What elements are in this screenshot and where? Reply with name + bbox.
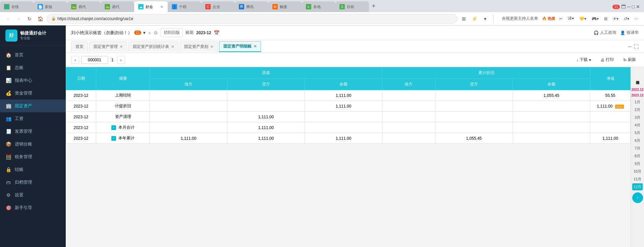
maximize-btn[interactable]: □	[632, 4, 635, 9]
grid-btn[interactable]: ⊞	[603, 16, 609, 22]
sidebar-logo: 好 畅捷通好会计 专业版	[0, 25, 66, 46]
print-btn[interactable]: 🖨 打印	[598, 56, 616, 64]
sidebar-item-general-ledger[interactable]: 📋 总账	[0, 61, 66, 74]
tab-close-haohui[interactable]: ✕	[160, 4, 164, 9]
browser-tab-haohui[interactable]: ☁ 好会 ✕	[134, 1, 168, 12]
sidebar-item-archive-mgmt[interactable]: 🗃 归档管理	[0, 176, 66, 189]
month-9[interactable]: 9月	[632, 160, 643, 167]
restore-window-btn[interactable]: 🗖	[621, 4, 626, 9]
add-account-btn[interactable]: +	[148, 30, 151, 36]
month-6[interactable]: 6月	[632, 137, 643, 144]
address-input[interactable]: 🔒 https://cloud.chanjet.com/accounting/u…	[47, 14, 457, 23]
sidebar-item-fixed-asset[interactable]: 🏢 固定资产	[0, 100, 66, 112]
cell-accum-credit-4: 1,055.45	[435, 133, 513, 144]
sidebar-item-reports[interactable]: 📊 报表中心	[0, 74, 66, 87]
back-btn[interactable]: ‹	[4, 15, 12, 23]
account-selector[interactable]: 刘小艳演示账套（勿删勿动！） 11 ▾	[71, 30, 146, 36]
tab-actions: ─ ⛶	[628, 44, 639, 49]
scissors-btn[interactable]: ✂	[558, 16, 564, 22]
account-name: 刘小艳演示账套（勿删勿动！）	[71, 30, 132, 36]
browser-tab-qiye[interactable]: C 企业	[201, 1, 235, 12]
browser-tab-yidai1[interactable]: ✍ 易代	[67, 1, 101, 12]
browser-tab-yidai2[interactable]: ✍ 易代	[101, 1, 134, 12]
browser-actions: 央视更新主持人名单 🔥 热搜 ✂ 译▾ 💛▾ 🎮▾ ⊞ ☀▾ ↺▾ ⋯	[500, 15, 640, 22]
refresh-btn[interactable]: ↻ 刷新	[621, 56, 639, 64]
tab-minimize-icon[interactable]: ─	[628, 44, 631, 49]
scroll-up-btn[interactable]: ↑	[632, 192, 643, 203]
history-btn[interactable]: ↺▾	[623, 16, 631, 22]
browser-tab-changjie[interactable]: M 畅捷	[268, 1, 302, 12]
tab-home[interactable]: 首页	[71, 42, 88, 52]
sidebar-item-settings[interactable]: ⚙ 设置	[0, 189, 66, 201]
customer-service-btn[interactable]: 🎧 人工咨询	[594, 30, 616, 36]
settings-gear-btn[interactable]: ⚙	[154, 30, 158, 36]
home-btn[interactable]: 🏠	[36, 15, 44, 23]
next-page-btn[interactable]: ›	[117, 56, 125, 64]
page-input[interactable]	[81, 56, 108, 64]
browser-tab-new[interactable]: 📄 新版	[34, 1, 67, 12]
lightning-btn[interactable]: ⚡	[471, 15, 479, 23]
tab-title-changjie: 畅捷	[280, 4, 298, 9]
month-12[interactable]: 12月	[632, 183, 643, 190]
forward-btn[interactable]: ›	[15, 15, 23, 23]
sidebar-item-tax-mgmt[interactable]: 🧮 税务管理	[0, 150, 66, 163]
month-11[interactable]: 11月	[632, 176, 643, 183]
tab-asset-detail[interactable]: 固定资产明细账 ✕	[219, 41, 261, 52]
download-btn[interactable]: ↓ 下载 ▾	[574, 56, 594, 64]
month-8[interactable]: 8月	[632, 152, 643, 160]
tab-icon-new: 📄	[38, 4, 43, 9]
sidebar-item-invoice-mgmt[interactable]: 🧾 发票管理	[0, 125, 66, 138]
tab-close-depreciation-stats[interactable]: ✕	[171, 45, 174, 49]
translate-btn[interactable]: 译▾	[567, 15, 575, 22]
sidebar-item-fund-mgmt[interactable]: 💰 资金管理	[0, 87, 66, 100]
sidebar-item-new-guide[interactable]: 🎯 新手引导	[0, 201, 66, 214]
browser-tab-gedi[interactable]: ≡ 各地	[302, 1, 335, 12]
game-btn[interactable]: 🎮▾	[590, 16, 600, 22]
tab-asset-category[interactable]: 固定资产类别 ✕	[180, 42, 218, 52]
tab-close-asset-detail[interactable]: ✕	[254, 44, 257, 49]
close-window-btn[interactable]: ✕	[636, 4, 640, 9]
month-5[interactable]: 5月	[632, 129, 643, 136]
sidebar-item-close-period[interactable]: 🔒 结账	[0, 163, 66, 176]
cell-net-value-3	[590, 122, 631, 133]
month-2[interactable]: 2月	[632, 106, 643, 113]
sidebar-item-payroll[interactable]: 👥 工资	[0, 112, 66, 125]
browser-tab-tencent[interactable]: 腾 腾讯	[235, 1, 268, 12]
cell-accum-balance-1	[513, 101, 590, 112]
tab-expand-icon[interactable]: ⛶	[634, 44, 639, 49]
sidebar-item-inventory[interactable]: 📦 进销台账	[0, 138, 66, 150]
month-10[interactable]: 10月	[632, 168, 643, 175]
month-1[interactable]: 1月	[632, 99, 643, 106]
tab-close-asset-category[interactable]: ✕	[210, 45, 213, 49]
browser-tab-geshui[interactable]: 👤 个税	[168, 1, 201, 12]
payroll-icon: 👥	[5, 116, 11, 122]
month-3[interactable]: 3月	[632, 114, 643, 121]
more-btn[interactable]: ⋯	[633, 16, 640, 22]
browser-tab-muqian[interactable]: S 目前	[335, 1, 369, 12]
hot-search-label[interactable]: 🔥 热搜	[542, 16, 555, 21]
cut-to-old-btn[interactable]: 切到旧版	[161, 28, 183, 37]
minimize-btn[interactable]: ─	[627, 4, 631, 9]
sidebar-label-invoice-mgmt: 发票管理	[15, 128, 32, 134]
tab-close-fixed-asset-mgmt[interactable]: ✕	[120, 45, 123, 49]
extensions-btn[interactable]: ⊞	[460, 15, 468, 23]
tab-fixed-asset-mgmt[interactable]: 固定资产管理 ✕	[89, 42, 127, 52]
cell-date-0: 2023-12	[66, 90, 96, 101]
theme-btn[interactable]: ☀▾	[611, 16, 620, 22]
wallet-btn[interactable]: 💛▾	[578, 16, 588, 22]
cell-accum-debit-4	[382, 133, 435, 144]
reload-btn[interactable]: ↻	[25, 15, 34, 23]
user-profile-btn[interactable]: 👤 徐译华	[620, 30, 639, 36]
new-tab-button[interactable]: +	[369, 1, 378, 11]
calendar-icon[interactable]: 📅	[214, 30, 219, 36]
refresh-icon: ↻	[623, 58, 627, 62]
bookmark-chevron[interactable]: ▾	[481, 15, 489, 23]
browser-tab-online[interactable]: 🌐 在线	[0, 1, 34, 12]
page-number: 1	[110, 58, 115, 62]
sidebar-item-home[interactable]: 🏠 首页	[0, 49, 66, 61]
prev-page-btn[interactable]: ‹	[71, 56, 79, 64]
tab-depreciation-stats[interactable]: 固定资产折旧统计表 ✕	[128, 42, 178, 52]
month-4[interactable]: 4月	[632, 122, 643, 129]
cell-accum-debit-3	[382, 122, 435, 133]
month-7[interactable]: 7月	[632, 145, 643, 152]
